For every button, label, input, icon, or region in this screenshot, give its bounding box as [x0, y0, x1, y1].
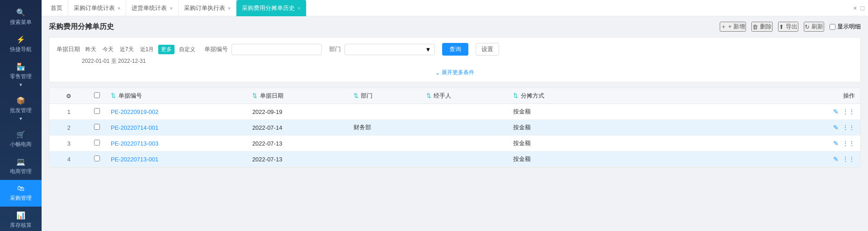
- date-filter: 单据日期 昨天 今天 近7天 近1月 更多 自定义: [57, 45, 197, 54]
- plus-icon: ＋: [721, 23, 726, 31]
- order-no-link[interactable]: PE-20220713-003: [111, 140, 159, 147]
- more-icon[interactable]: ⋮⋮: [842, 156, 855, 163]
- show-columns-checkbox[interactable]: 显示明细: [830, 23, 861, 31]
- window-maximize-button[interactable]: □: [861, 5, 864, 12]
- custom-shortcut[interactable]: 自定义: [177, 45, 197, 54]
- sidebar-item-purchase[interactable]: 🛍 采购管理: [0, 180, 42, 207]
- add-label: + 新增: [728, 23, 745, 31]
- department-select[interactable]: ▼: [344, 44, 435, 55]
- select-all-checkbox[interactable]: [94, 92, 100, 98]
- filter-area: 单据日期 昨天 今天 近7天 近1月 更多 自定义 单据编号: [49, 37, 861, 82]
- row-checkbox[interactable]: [94, 124, 100, 130]
- toolbar: ＋ + 新增 🗑 删除 ⬆ 导出 ↻ 刷新 显示明细: [720, 22, 861, 32]
- sort-icon: ⇅: [111, 92, 116, 99]
- week-shortcut[interactable]: 近7天: [118, 45, 136, 54]
- refresh-icon: ↻: [805, 24, 810, 30]
- edit-icon[interactable]: ✎: [833, 140, 839, 147]
- row-actions: ✎ ⋮⋮: [824, 151, 860, 167]
- table-row: 2 PE-20220714-001 2022-07-14 财务部 按金额 ✎ ⋮…: [49, 120, 860, 136]
- sidebar-item-ecommerce-small[interactable]: 🛒 小畅电商: [0, 126, 42, 153]
- order-no-link[interactable]: PE-20220714-001: [111, 124, 159, 131]
- edit-icon[interactable]: ✎: [833, 156, 839, 163]
- row-split-method: 按金额: [508, 151, 824, 167]
- edit-icon[interactable]: ✎: [833, 108, 839, 115]
- computer-icon: 💻: [16, 157, 25, 166]
- export-button[interactable]: ⬆ 导出: [778, 22, 798, 32]
- column-settings[interactable]: ⚙: [49, 88, 89, 104]
- close-icon[interactable]: ×: [118, 5, 120, 11]
- today-shortcut[interactable]: 今天: [101, 45, 115, 54]
- order-no-label: 单据编号: [204, 45, 228, 53]
- row-number: 4: [49, 151, 89, 167]
- add-button[interactable]: ＋ + 新增: [720, 22, 746, 32]
- sidebar-item-retail[interactable]: 🏪 零售管理 ▼: [0, 58, 42, 92]
- row-checkbox-cell: [89, 136, 105, 151]
- tab-label: 进货单统计表: [132, 4, 167, 12]
- tab-purchase-order-exec[interactable]: 采购订单执行表 ×: [179, 0, 236, 16]
- sidebar-item-wholesale[interactable]: 📦 批发管理 ▼: [0, 92, 42, 126]
- month-shortcut[interactable]: 近1月: [138, 45, 156, 54]
- expand-filter-button[interactable]: ⌄ 展开更多条件: [57, 69, 853, 76]
- lightning-icon: ⚡: [16, 35, 25, 44]
- export-label: 导出: [786, 23, 797, 31]
- sidebar-item-label: 采购管理: [10, 194, 32, 202]
- sidebar-item-ecommerce[interactable]: 💻 电商管理: [0, 153, 42, 180]
- show-columns-input[interactable]: [830, 24, 835, 30]
- tab-goods-stats[interactable]: 进货单统计表 ×: [126, 0, 178, 16]
- window-close-button[interactable]: ×: [853, 5, 857, 12]
- query-button[interactable]: 查询: [442, 43, 468, 56]
- close-icon[interactable]: ×: [228, 5, 231, 11]
- row-department: [348, 151, 421, 167]
- purchase-icon: 🛍: [17, 184, 24, 193]
- gear-icon[interactable]: ⚙: [66, 93, 71, 99]
- sidebar-item-label: 批发管理: [10, 107, 32, 114]
- row-checkbox[interactable]: [94, 140, 100, 146]
- delete-button[interactable]: 🗑 删除: [751, 22, 773, 32]
- column-label: 单据编号: [118, 92, 142, 99]
- column-order-no[interactable]: ⇅ 单据编号: [105, 88, 247, 104]
- edit-icon[interactable]: ✎: [833, 124, 839, 131]
- table-row: 1 PE-20220919-002 2022-09-19 按金额 ✎ ⋮⋮: [49, 104, 860, 120]
- order-no-link[interactable]: PE-20220713-001: [111, 156, 159, 163]
- row-checkbox-cell: [89, 151, 105, 167]
- tab-purchase-cost-history[interactable]: 采购费用分摊单历史 ×: [236, 0, 306, 16]
- close-icon[interactable]: ×: [297, 5, 300, 11]
- more-shortcut[interactable]: 更多: [158, 45, 175, 54]
- inventory-icon: 📊: [16, 211, 25, 220]
- row-date: 2022-07-14: [247, 120, 348, 136]
- refresh-button[interactable]: ↻ 刷新: [804, 22, 824, 32]
- close-icon[interactable]: ×: [170, 5, 172, 11]
- row-checkbox[interactable]: [94, 108, 100, 114]
- sidebar-item-search[interactable]: 🔍 搜索菜单: [0, 4, 42, 31]
- sidebar-item-inventory[interactable]: 📊 库存核算: [0, 207, 42, 231]
- sidebar-item-label: 零售管理: [10, 73, 32, 80]
- more-icon[interactable]: ⋮⋮: [842, 124, 855, 131]
- order-no-input[interactable]: [231, 44, 322, 55]
- sidebar-item-label: 搜索菜单: [10, 19, 32, 26]
- yesterday-shortcut[interactable]: 昨天: [84, 45, 98, 54]
- more-icon[interactable]: ⋮⋮: [842, 140, 855, 147]
- column-label: 部门: [361, 92, 373, 99]
- tab-purchase-order-stats[interactable]: 采购订单统计表 ×: [68, 0, 126, 16]
- tab-label: 首页: [51, 4, 62, 12]
- column-department[interactable]: ⇅ 部门: [348, 88, 421, 104]
- department-label: 部门: [329, 45, 341, 53]
- column-handler[interactable]: ⇅ 经手人: [421, 88, 508, 104]
- column-label: 经手人: [434, 92, 451, 99]
- date-label: 单据日期: [57, 45, 80, 53]
- sidebar-item-quick-nav[interactable]: ⚡ 快捷导航: [0, 31, 42, 58]
- delete-icon: 🗑: [752, 24, 758, 30]
- tab-home[interactable]: 首页: [45, 0, 68, 16]
- column-split-method[interactable]: ⇅ 分摊方式: [508, 88, 824, 104]
- order-no-filter: 单据编号: [204, 44, 322, 55]
- filter-settings-button[interactable]: 设置: [476, 43, 499, 56]
- column-date[interactable]: ⇅ 单据日期: [247, 88, 348, 104]
- row-department: 财务部: [348, 120, 421, 136]
- department-filter: 部门 ▼: [329, 44, 435, 55]
- delete-label: 删除: [760, 23, 772, 31]
- order-no-link[interactable]: PE-20220919-002: [111, 108, 159, 115]
- row-order-no: PE-20220713-001: [105, 151, 247, 167]
- more-icon[interactable]: ⋮⋮: [842, 108, 855, 115]
- page-header: 采购费用分摊单历史 ＋ + 新增 🗑 删除 ⬆ 导出 ↻ 刷新: [49, 22, 861, 32]
- row-checkbox[interactable]: [94, 156, 100, 161]
